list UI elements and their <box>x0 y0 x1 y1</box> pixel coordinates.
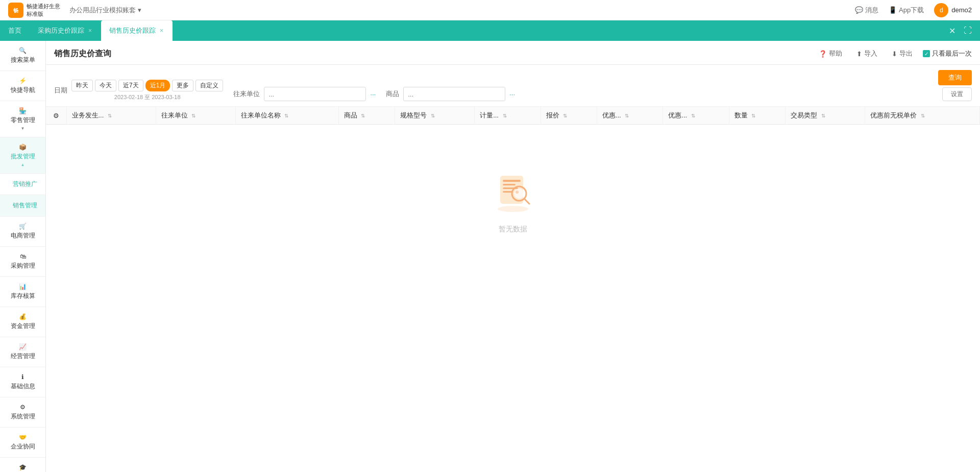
sidebar-enterprise-label: 企业协同 <box>11 442 35 451</box>
sidebar-item-basic-info[interactable]: ℹ 基础信息 <box>0 367 45 397</box>
th-trade-type-label: 交易类型 <box>791 111 817 119</box>
main-layout: 🔍 搜索菜单 ⚡ 快捷导航 🏪 零售管理 📦 批发管理 营销推广 销售管理 🛒 … <box>0 41 980 472</box>
gear-icon: ⚙ <box>53 112 59 120</box>
th-partner-name[interactable]: 往来单位名称 ⇅ <box>235 107 338 125</box>
th-biz-date[interactable]: 业务发生... ⇅ <box>66 107 156 125</box>
date-btn-yesterday[interactable]: 昨天 <box>71 80 93 91</box>
export-label: 导出 <box>899 49 913 58</box>
th-quote-label: 报价 <box>546 111 559 119</box>
th-gear[interactable]: ⚙ <box>46 107 66 125</box>
svg-rect-4 <box>503 180 521 182</box>
content-area: 销售历史价查询 ❓ 帮助 ⬆ 导入 ⬇ 导出 ✓ <box>46 41 980 472</box>
import-btn[interactable]: ⬆ 导入 <box>852 47 881 60</box>
goods-dots[interactable]: ··· <box>509 90 515 98</box>
date-buttons: 昨天 今天 近7天 近1月 更多 自定义 <box>71 80 223 91</box>
quick-nav-icon: ⚡ <box>19 77 27 84</box>
sidebar-item-newbie[interactable]: 🎓 新手引导 <box>0 458 45 472</box>
th-quote[interactable]: 报价 ⇅ <box>541 107 597 125</box>
date-btn-today[interactable]: 今天 <box>95 80 116 91</box>
page-header-actions: ❓ 帮助 ⬆ 导入 ⬇ 导出 ✓ 只看最后一次 <box>815 47 972 60</box>
close-tab-btn[interactable]: ✕ <box>947 24 958 38</box>
sidebar-item-retail-mgmt[interactable]: 🏪 零售管理 <box>0 101 45 137</box>
svg-point-9 <box>514 188 524 199</box>
th-trade-type[interactable]: 交易类型 ⇅ <box>785 107 865 125</box>
tab-home[interactable]: 首页 <box>0 20 30 41</box>
sort-icon-discount2: ⇅ <box>691 113 695 119</box>
sidebar-item-finance-mgmt[interactable]: 💰 资金管理 <box>0 307 45 337</box>
top-header: 畅 畅捷通好生意 标准版 办公用品行业模拟账套 ▾ 💬 消息 📱 App下载 d… <box>0 0 980 20</box>
th-goods[interactable]: 商品 ⇅ <box>338 107 395 125</box>
tab-purchase-history[interactable]: 采购历史价跟踪 × <box>30 20 101 41</box>
th-discount1[interactable]: 优惠... ⇅ <box>597 107 663 125</box>
header-right: 💬 消息 📱 App下载 d demo2 <box>855 3 972 17</box>
th-partner[interactable]: 往来单位 ⇅ <box>156 107 235 125</box>
date-btn-7days[interactable]: 近7天 <box>118 80 143 91</box>
tab-sales-history[interactable]: 销售历史价跟踪 × <box>101 20 173 41</box>
message-label: 消息 <box>865 6 878 15</box>
message-action[interactable]: 💬 消息 <box>855 6 878 15</box>
date-btn-1month[interactable]: 近1月 <box>145 80 170 91</box>
table-area: ⚙ 业务发生... ⇅ 往来单位 ⇅ 往来单位名称 <box>46 107 980 472</box>
sidebar-marketing-label: 营销推广 <box>13 180 37 188</box>
sort-icon-unit: ⇅ <box>503 113 507 119</box>
th-unit[interactable]: 计量... ⇅ <box>475 107 541 125</box>
tab-bar: 首页 采购历史价跟踪 × 销售历史价跟踪 × ✕ ⛶ <box>0 20 980 41</box>
sort-icon-spec: ⇅ <box>431 113 435 119</box>
fullscreen-btn[interactable]: ⛶ <box>962 24 974 37</box>
sidebar: 🔍 搜索菜单 ⚡ 快捷导航 🏪 零售管理 📦 批发管理 营销推广 销售管理 🛒 … <box>0 41 46 472</box>
date-btn-custom[interactable]: 自定义 <box>195 80 223 91</box>
svg-text:畅: 畅 <box>13 8 18 13</box>
empty-text: 暂无数据 <box>499 225 527 234</box>
th-quantity-label: 数量 <box>734 111 748 119</box>
sidebar-item-inventory[interactable]: 📊 库存核算 <box>0 277 45 307</box>
sort-icon-discount1: ⇅ <box>625 113 629 119</box>
only-last-label: 只看最后一次 <box>932 49 972 58</box>
sidebar-item-sys-mgmt[interactable]: ⚙ 系统管理 <box>0 397 45 428</box>
sidebar-item-enterprise[interactable]: 🤝 企业协同 <box>0 428 45 458</box>
tab-bar-actions: ✕ ⛶ <box>947 24 980 38</box>
partner-dots[interactable]: ··· <box>370 90 376 98</box>
sidebar-search-menu-label: 搜索菜单 <box>11 56 35 64</box>
sort-icon-quantity: ⇅ <box>751 113 755 119</box>
date-options: 昨天 今天 近7天 近1月 更多 自定义 2023-02-18 至 2023-0… <box>71 80 223 101</box>
ops-mgmt-icon: 📈 <box>19 343 27 350</box>
only-last-checkbox-label[interactable]: ✓ 只看最后一次 <box>923 49 972 58</box>
th-partner-label: 往来单位 <box>161 111 188 119</box>
export-btn[interactable]: ⬇ 导出 <box>888 47 917 60</box>
system-selector[interactable]: 办公用品行业模拟账套 ▾ <box>65 4 145 17</box>
only-last-checkbox[interactable]: ✓ <box>923 50 930 57</box>
ecom-mgmt-icon: 🛒 <box>19 223 27 230</box>
th-pretax-price[interactable]: 优惠前无税单价 ⇅ <box>865 107 980 125</box>
sidebar-item-wholesale-mgmt[interactable]: 📦 批发管理 <box>0 137 45 174</box>
th-discount1-label: 优惠... <box>602 111 621 119</box>
sidebar-item-sales-mgmt[interactable]: 销售管理 <box>0 195 45 217</box>
settings-button[interactable]: 设置 <box>942 87 972 101</box>
sidebar-item-ecom-mgmt[interactable]: 🛒 电商管理 <box>0 217 45 247</box>
date-btn-more[interactable]: 更多 <box>172 80 193 91</box>
help-icon: ❓ <box>819 50 827 58</box>
sidebar-item-marketing[interactable]: 营销推广 <box>0 174 45 195</box>
th-quantity[interactable]: 数量 ⇅ <box>729 107 785 125</box>
retail-mgmt-icon: 🏪 <box>19 107 27 114</box>
goods-input[interactable] <box>403 87 505 101</box>
sidebar-item-quick-nav[interactable]: ⚡ 快捷导航 <box>0 71 45 101</box>
avatar: d <box>934 3 948 17</box>
sidebar-item-purchase-mgmt[interactable]: 🛍 采购管理 <box>0 247 45 277</box>
user-area[interactable]: d demo2 <box>934 3 972 17</box>
app-download-action[interactable]: 📱 App下载 <box>889 6 924 15</box>
th-pretax-price-label: 优惠前无税单价 <box>870 111 917 119</box>
sidebar-item-search-menu[interactable]: 🔍 搜索菜单 <box>0 41 45 71</box>
sort-icon-trade-type: ⇅ <box>821 113 825 119</box>
partner-input[interactable] <box>264 87 366 101</box>
svg-line-10 <box>524 199 529 204</box>
th-spec[interactable]: 规格型号 ⇅ <box>395 107 475 125</box>
filter-area: 日期 昨天 今天 近7天 近1月 更多 自定义 2023-02-18 至 202… <box>46 65 980 107</box>
th-discount2[interactable]: 优惠... ⇅ <box>663 107 729 125</box>
table-header-row: ⚙ 业务发生... ⇅ 往来单位 ⇅ 往来单位名称 <box>46 107 980 125</box>
tab-purchase-history-close[interactable]: × <box>87 26 93 35</box>
tab-sales-history-close[interactable]: × <box>159 26 164 35</box>
sidebar-item-ops-mgmt[interactable]: 📈 经营管理 <box>0 337 45 367</box>
tab-home-label: 首页 <box>8 26 21 35</box>
help-btn[interactable]: ❓ 帮助 <box>815 47 846 60</box>
query-button[interactable]: 查询 <box>938 70 972 85</box>
